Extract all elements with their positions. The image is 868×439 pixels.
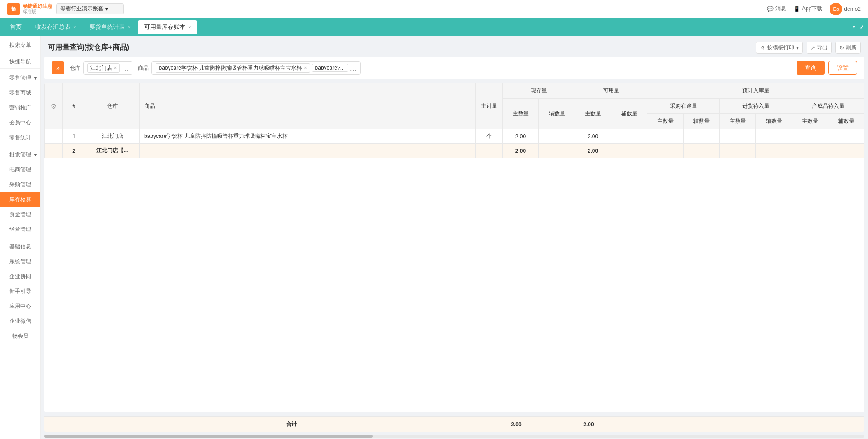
message-btn[interactable]: 💬 消息 — [767, 5, 786, 13]
export-btn[interactable]: ↗ 导出 — [807, 42, 832, 54]
top-bar-left: 畅 畅捷通好生意 标准版 母婴行业演示账套 ▾ — [7, 3, 124, 15]
filter-product-input[interactable]: babycare学饮杯 儿童防摔防撞吸管杯重力球吸嘴杯宝宝水杯 × babyca… — [151, 61, 360, 75]
col-stock-main-header: 主数量 — [503, 99, 539, 129]
row1-stock-main: 2.00 — [503, 129, 539, 144]
sidebar-divider-1 — [0, 146, 40, 146]
col-pur-transit-header: 采购在途量 — [647, 99, 720, 114]
row1-gear — [45, 129, 63, 144]
sidebar-item-new-guide[interactable]: 新手引导 — [0, 284, 40, 299]
refresh-btn[interactable]: ↻ 刷新 — [835, 42, 861, 54]
filter-product-more-btn[interactable]: ... — [350, 63, 357, 73]
settings-btn[interactable]: 设置 — [828, 61, 857, 75]
tab-available-stock[interactable]: 可用量库存账本 × — [138, 20, 197, 34]
row1-prod-main — [792, 129, 828, 144]
sidebar-item-retail-stats[interactable]: 零售统计 — [0, 130, 40, 145]
avatar: Ea — [830, 3, 842, 15]
window-expand-icon[interactable]: ⤢ — [859, 24, 864, 31]
row1-pur-transit-aux — [684, 129, 720, 144]
row2-stock-main: 2.00 — [503, 144, 539, 158]
sidebar-item-enterprise-wechat[interactable]: 企业微信 — [0, 314, 40, 329]
sidebar-item-finance-mgmt[interactable]: 资金管理 — [0, 207, 40, 222]
tab-home[interactable]: 首页 — [4, 20, 28, 34]
tab-summary[interactable]: 收发存汇总表 × — [29, 20, 82, 34]
tab-order-stats[interactable]: 要货单统计表 × — [83, 20, 137, 34]
sidebar-item-member-center[interactable]: 会员中心 — [0, 115, 40, 130]
row1-pur-transit-main — [647, 129, 684, 144]
filter-product-tag1-close[interactable]: × — [304, 65, 307, 71]
col-avail-main-header: 主数量 — [575, 99, 611, 129]
col-avail-aux-header: 辅数量 — [611, 99, 647, 129]
sidebar-item-retail-mgmt[interactable]: 零售管理 — [0, 71, 40, 85]
row1-unit: 个 — [476, 129, 503, 144]
scrollbar-thumb[interactable] — [44, 435, 373, 438]
content-area: 可用量查询(按仓库+商品) 🖨 按模板打印 ▾ ↗ 导出 ↻ 刷新 — [41, 36, 868, 439]
filter-product-tag2: babycare?... — [312, 64, 348, 72]
gear-icon[interactable]: ⚙ — [51, 103, 57, 110]
row1-stock-aux — [539, 129, 575, 144]
template-print-btn[interactable]: 🖨 按模板打印 ▾ — [756, 42, 803, 54]
top-bar: 畅 畅捷通好生意 标准版 母婴行业演示账套 ▾ 💬 消息 📱 App下载 Ea … — [0, 0, 868, 18]
col-prod-aux: 辅数量 — [828, 114, 864, 129]
export-icon: ↗ — [811, 45, 815, 51]
table-row-subtotal: 2 江北门店【... 2.00 2.00 — [45, 144, 864, 158]
industry-selector[interactable]: 母婴行业演示账套 ▾ — [56, 3, 124, 14]
user-area[interactable]: Ea demo2 — [830, 3, 861, 15]
quick-nav-btn[interactable]: 快捷导航 — [0, 55, 40, 69]
filter-warehouse-input[interactable]: 江北门店 × ... — [83, 61, 132, 75]
sidebar-item-ecommerce[interactable]: 电商管理 — [0, 162, 40, 177]
row1-product: babycare学饮杯 儿童防摔防撞吸管杯重力球吸嘴杯宝宝水杯 — [140, 129, 476, 144]
sidebar-divider-2 — [0, 238, 40, 238]
footer-label: 合计 — [85, 420, 498, 428]
col-stock-aux-header: 辅数量 — [539, 99, 575, 129]
sidebar-item-app-center[interactable]: 应用中心 — [0, 299, 40, 314]
footer-stock-main-total: 2.00 — [498, 421, 534, 428]
col-pur-transit-aux: 辅数量 — [684, 114, 720, 129]
sidebar-search-section: 搜索菜单 — [0, 36, 40, 55]
sidebar-item-enterprise-collab[interactable]: 企业协同 — [0, 269, 40, 284]
sidebar-item-ops-mgmt[interactable]: 经营管理 — [0, 222, 40, 237]
page-header: 可用量查询(按仓库+商品) 🖨 按模板打印 ▾ ↗ 导出 ↻ 刷新 — [41, 36, 868, 57]
filter-product-tag1: babycare学饮杯 儿童防摔防撞吸管杯重力球吸嘴杯宝宝水杯 × — [156, 63, 310, 73]
tab-summary-close[interactable]: × — [73, 24, 76, 30]
row2-stock-aux — [539, 144, 575, 158]
table-container[interactable]: ⚙ # 仓库 商品 主计量 现存量 可用量 预计入库量 主数量 辅数量 主数量 — [44, 83, 864, 412]
col-production-pending-header: 产成品待入量 — [792, 99, 864, 114]
sidebar-item-wholesale-mgmt[interactable]: 批发管理 — [0, 147, 40, 162]
row2-arrival-main — [720, 144, 756, 158]
sidebar-item-system-mgmt[interactable]: 系统管理 — [0, 254, 40, 269]
sidebar-item-marketing[interactable]: 营销推广 — [0, 100, 40, 115]
query-btn[interactable]: 查询 — [797, 61, 825, 75]
scrollbar-track — [44, 435, 864, 438]
sidebar-item-basic-info[interactable]: 基础信息 — [0, 239, 40, 254]
filter-expand-btn[interactable]: » — [52, 61, 64, 74]
filter-warehouse-tag-close[interactable]: × — [114, 65, 117, 71]
row2-product — [140, 144, 476, 158]
row2-pur-transit-main — [647, 144, 684, 158]
window-close-icon[interactable]: × — [852, 24, 856, 31]
col-prod-main: 主数量 — [792, 114, 828, 129]
filter-product-label: 商品 — [138, 64, 149, 72]
message-icon: 💬 — [767, 6, 774, 12]
row1-avail-aux — [611, 129, 647, 144]
sidebar-section: 零售管理 零售商城 营销推广 会员中心 零售统计 批发管理 电商管理 采购管理 — [0, 69, 40, 345]
sidebar-item-purchase-mgmt[interactable]: 采购管理 — [0, 177, 40, 192]
col-seq: # — [63, 83, 85, 129]
page-title: 可用量查询(按仓库+商品) — [48, 43, 129, 52]
sidebar-item-inventory-check[interactable]: 库存核算 — [0, 192, 40, 207]
filter-actions: 查询 设置 — [797, 61, 857, 75]
row1-warehouse: 江北门店 — [85, 129, 140, 144]
main-table: ⚙ # 仓库 商品 主计量 现存量 可用量 预计入库量 主数量 辅数量 主数量 — [44, 83, 864, 158]
sidebar-item-member[interactable]: 畅会员 — [0, 329, 40, 344]
filter-product-group: 商品 babycare学饮杯 儿童防摔防撞吸管杯重力球吸嘴杯宝宝水杯 × bab… — [138, 61, 360, 75]
search-menu-btn[interactable]: 搜索菜单 — [4, 40, 37, 51]
tab-order-stats-close[interactable]: × — [127, 24, 130, 30]
filter-warehouse-group: 仓库 江北门店 × ... — [70, 61, 132, 75]
tab-available-stock-close[interactable]: × — [188, 24, 191, 30]
logo-subtitle: 畅捷通好生意 — [23, 3, 52, 9]
filter-more-btn[interactable]: ... — [122, 63, 128, 73]
row1-prod-aux — [828, 129, 864, 144]
sidebar-item-retail-mall[interactable]: 零售商城 — [0, 85, 40, 100]
footer-avail-main-total: 2.00 — [571, 421, 607, 428]
app-download-btn[interactable]: 📱 App下载 — [793, 5, 822, 13]
page-actions: 🖨 按模板打印 ▾ ↗ 导出 ↻ 刷新 — [756, 42, 861, 54]
